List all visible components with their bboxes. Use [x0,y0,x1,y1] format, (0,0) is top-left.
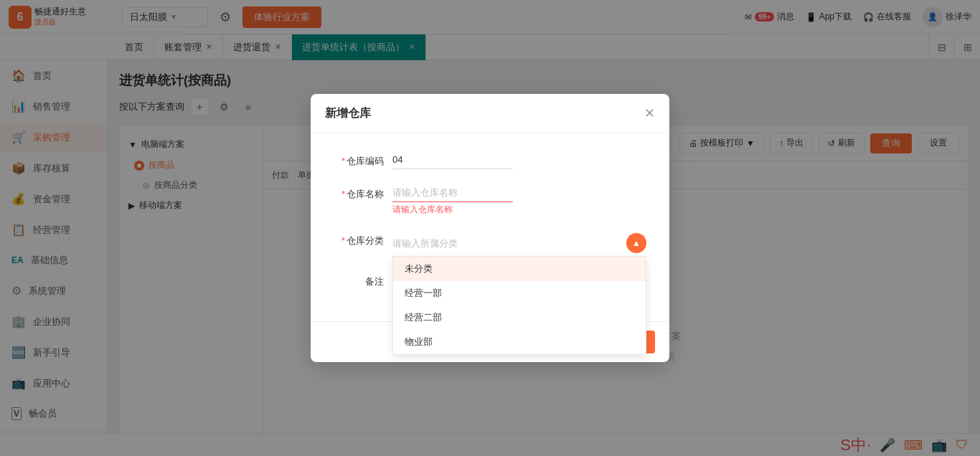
required-star2: * [341,189,345,199]
name-input[interactable] [392,184,513,202]
code-input[interactable] [392,151,513,169]
name-row: *仓库名称 请输入仓库名称 [334,184,646,216]
code-field-wrap [392,151,646,169]
required-star: * [341,156,345,166]
dropdown-item-3[interactable]: 物业部 [393,330,646,354]
modal-title: 新增仓库 [325,106,371,121]
dropdown-item-1[interactable]: 经营一部 [393,281,646,305]
dropdown-item-2[interactable]: 经营二部 [393,305,646,330]
category-row: *仓库分类 ▲ 未分类 经营一部 经营二部 物业部 [334,230,646,257]
modal-overlay[interactable]: 新增仓库 ✕ *仓库编码 *仓库名称 请输入仓库名称 [0,0,980,456]
category-input[interactable] [392,237,626,250]
name-field-wrap: 请输入仓库名称 [392,184,646,216]
category-input-row: ▲ [392,230,646,257]
code-row: *仓库编码 [334,151,646,169]
category-label: *仓库分类 [334,230,384,247]
category-toggle-btn[interactable]: ▲ [626,233,646,253]
modal-header: 新增仓库 ✕ [311,94,669,133]
category-wrap: ▲ 未分类 经营一部 经营二部 物业部 [392,230,646,257]
modal-body: *仓库编码 *仓库名称 请输入仓库名称 *仓库分类 [311,133,669,321]
new-warehouse-modal: 新增仓库 ✕ *仓库编码 *仓库名称 请输入仓库名称 [311,94,669,362]
required-star3: * [341,235,345,246]
modal-close-btn[interactable]: ✕ [644,105,655,121]
remark-label: 备注 [334,271,384,288]
name-error: 请输入仓库名称 [392,204,646,216]
dropdown-item-0[interactable]: 未分类 [393,257,646,281]
name-label: *仓库名称 [334,184,384,201]
code-label: *仓库编码 [334,151,384,168]
category-dropdown: 未分类 经营一部 经营二部 物业部 [392,256,646,355]
